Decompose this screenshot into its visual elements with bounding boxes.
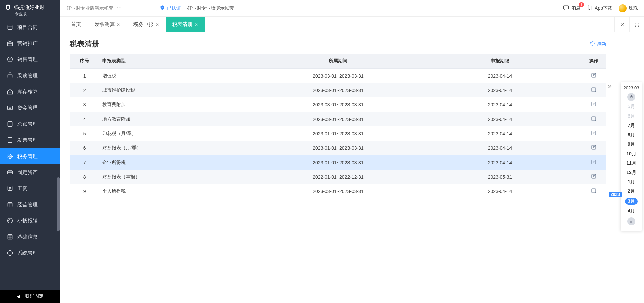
close-icon[interactable]: ✕: [156, 22, 159, 27]
date-panel-month[interactable]: 11月: [626, 160, 636, 166]
sidebar-item-gift[interactable]: 营销推广: [0, 35, 60, 51]
table-row[interactable]: 9个人所得税2023-03-01~2023-03-312023-04-14: [70, 184, 606, 199]
date-panel-month[interactable]: 9月: [628, 141, 635, 147]
view-detail-icon[interactable]: [591, 144, 597, 150]
table-row[interactable]: 8财务报表（年报）2022-01-01~2022-12-312023-05-31: [70, 170, 606, 184]
cell-period: 2023-01-01~2023-03-31: [257, 126, 419, 141]
account-selector[interactable]: 好业财专业版演示帐套 ﹀: [66, 5, 154, 11]
date-panel-month[interactable]: 7月: [628, 123, 635, 129]
table-row[interactable]: 2城市维护建设税2023-03-01~2023-03-312023-04-14: [70, 83, 606, 97]
app-download-button[interactable]: App下载: [587, 5, 612, 12]
date-panel-month[interactable]: 3月: [625, 198, 638, 205]
sidebar-item-label: 固定资产: [17, 169, 38, 176]
cell-period: 2023-03-01~2023-03-31: [257, 112, 419, 126]
sidebar-item-salary[interactable]: 工资: [0, 180, 60, 197]
date-panel-month[interactable]: 2月: [628, 188, 635, 194]
sidebar-item-label: 资金管理: [17, 105, 38, 111]
view-detail-icon[interactable]: [591, 116, 597, 122]
date-panel-month[interactable]: 10月: [626, 151, 636, 157]
cell-deadline: 2023-04-14: [419, 184, 581, 199]
close-icon[interactable]: ✕: [117, 22, 120, 27]
svg-rect-22: [592, 145, 596, 149]
expand-sidebar-button[interactable]: [606, 83, 613, 90]
verified-badge: 已认证: [160, 5, 181, 11]
cell-op: [581, 155, 606, 170]
table-row[interactable]: 7企业所得税2023-01-01~2023-03-312023-04-14: [70, 155, 606, 170]
tab-close-all-button[interactable]: [614, 17, 629, 32]
cell-op: [581, 170, 606, 184]
sidebar-unpin-label: 取消固定: [25, 293, 44, 299]
table-row[interactable]: 3教育费附加2023-03-01~2023-03-312023-04-14: [70, 97, 606, 112]
date-panel-month[interactable]: 5月: [628, 104, 635, 110]
date-panel-month[interactable]: 8月: [628, 132, 635, 138]
cell-idx: 8: [70, 170, 99, 184]
date-panel-month[interactable]: 6月: [628, 113, 635, 119]
table-row[interactable]: 5印花税（月/季）2023-01-01~2023-03-312023-04-14: [70, 126, 606, 141]
close-icon[interactable]: ✕: [195, 22, 198, 27]
view-detail-icon[interactable]: [591, 188, 597, 194]
sidebar-item-info[interactable]: 基础信息: [0, 229, 60, 245]
user-menu[interactable]: 珠珠: [619, 4, 638, 12]
sidebar-item-operation[interactable]: 经营管理: [0, 197, 60, 213]
cell-period: 2023-03-01~2023-03-31: [257, 83, 419, 97]
cell-deadline: 2023-04-14: [419, 155, 581, 170]
sidebar-item-asset[interactable]: 固定资产: [0, 164, 60, 180]
svg-rect-12: [8, 234, 12, 239]
sidebar-item-invoice[interactable]: 发票管理: [0, 132, 60, 148]
cell-period: 2023-03-01~2023-03-31: [257, 184, 419, 199]
date-panel-month[interactable]: 1月: [628, 179, 635, 185]
sidebar-scrollbar[interactable]: [57, 18, 60, 290]
cell-type: 个人所得税: [99, 184, 257, 199]
sidebar-item-warehouse[interactable]: 库存核算: [0, 84, 60, 100]
warehouse-icon: [7, 88, 13, 95]
date-panel-month[interactable]: 12月: [626, 170, 636, 176]
sidebar-item-system[interactable]: 系统管理: [0, 245, 60, 261]
table-row[interactable]: 1增值税2023-03-01~2023-03-312023-04-14: [70, 69, 606, 83]
sidebar-item-fund[interactable]: 资金管理: [0, 100, 60, 116]
table-row[interactable]: 6财务报表（月/季）2023-01-01~2023-03-312023-04-1…: [70, 141, 606, 155]
chevron-down-icon: ﹀: [117, 5, 121, 11]
date-panel: 2023.03 2023 5月6月7月8月9月10月11月12月1月2月3月4月: [621, 82, 642, 231]
date-panel-down-button[interactable]: [627, 217, 635, 225]
sidebar-item-ledger[interactable]: 总账管理: [0, 116, 60, 132]
sidebar-unpin[interactable]: ◀∥ 取消固定: [0, 290, 60, 303]
user-name: 珠珠: [629, 5, 638, 11]
svg-rect-0: [8, 25, 12, 29]
sidebar-item-label: 工资: [17, 185, 28, 192]
sidebar-item-sales[interactable]: 销售管理: [0, 51, 60, 68]
table-row[interactable]: 4地方教育附加2023-03-01~2023-03-312023-04-14: [70, 112, 606, 126]
unpin-icon: ◀∥: [17, 294, 23, 299]
tab[interactable]: 税表清册✕: [166, 17, 205, 32]
col-type-header: 申报表类型: [99, 54, 257, 69]
view-detail-icon[interactable]: [591, 101, 597, 107]
view-detail-icon[interactable]: [591, 159, 597, 165]
fullscreen-button[interactable]: [629, 17, 644, 32]
tab-label: 发票测算: [95, 21, 115, 28]
sidebar-item-tax[interactable]: 税务管理: [0, 148, 60, 164]
cell-idx: 3: [70, 97, 99, 112]
date-panel-month[interactable]: 4月: [628, 208, 635, 214]
view-detail-icon[interactable]: [591, 72, 597, 78]
date-panel-current: 2023.03: [621, 84, 642, 93]
svg-rect-21: [592, 131, 596, 135]
sidebar-item-purchase[interactable]: 采购管理: [0, 68, 60, 84]
tab[interactable]: 发票测算✕: [88, 17, 127, 32]
cell-deadline: 2023-04-14: [419, 69, 581, 83]
brand-edition: 专业版: [0, 11, 60, 17]
sidebar-item-project[interactable]: 项目合同: [0, 19, 60, 35]
refresh-button[interactable]: 刷新: [590, 41, 606, 47]
cell-deadline: 2023-04-14: [419, 97, 581, 112]
cell-deadline: 2023-04-14: [419, 83, 581, 97]
messages-button[interactable]: 消息 1: [562, 4, 581, 12]
date-panel-up-button[interactable]: [627, 93, 635, 101]
app-root: 畅捷通好业财 专业版 项目合同营销推广销售管理采购管理库存核算资金管理总账管理发…: [0, 0, 644, 303]
tab[interactable]: 首页: [64, 17, 88, 32]
sidebar-item-expense[interactable]: 小畅报销: [0, 213, 60, 229]
cell-idx: 1: [70, 69, 99, 83]
view-detail-icon[interactable]: [591, 173, 597, 179]
tab[interactable]: 税务申报✕: [127, 17, 166, 32]
sidebar-item-label: 销售管理: [17, 56, 38, 63]
view-detail-icon[interactable]: [591, 130, 597, 136]
view-detail-icon[interactable]: [591, 87, 597, 93]
cell-type: 地方教育附加: [99, 112, 257, 126]
